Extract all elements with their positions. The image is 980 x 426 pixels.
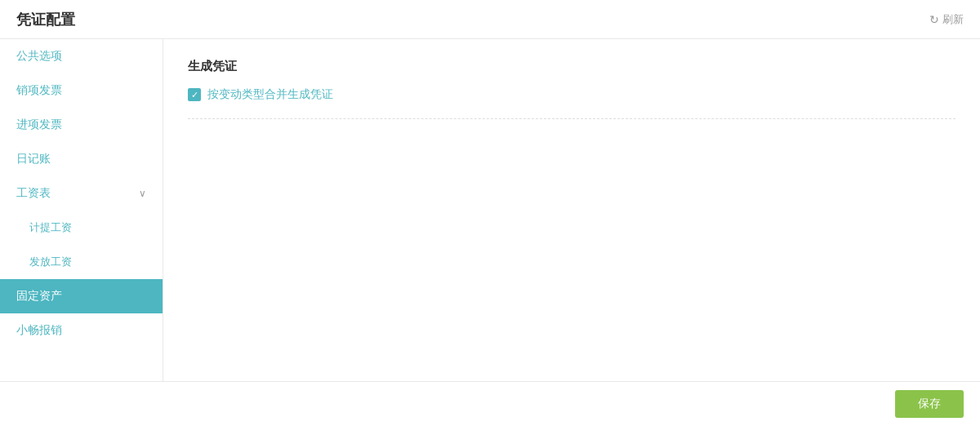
sidebar-item-label-sales-invoice: 销项发票 (16, 83, 62, 98)
section-title: 生成凭证 (188, 59, 956, 74)
divider (188, 118, 956, 119)
sidebar-item-sales-invoice[interactable]: 销项发票 (0, 73, 163, 108)
sidebar-item-public[interactable]: 公共选项 (0, 39, 163, 73)
page-title: 凭证配置 (16, 10, 75, 29)
checkmark-icon: ✓ (191, 91, 198, 100)
sidebar-item-release-payroll[interactable]: 发放工资 (0, 245, 163, 279)
checkbox-label[interactable]: 按变动类型合并生成凭证 (207, 87, 333, 102)
sidebar: 公共选项销项发票进项发票日记账工资表∨计提工资发放工资固定资产小畅报销 (0, 39, 163, 381)
sidebar-item-label-fixed-assets: 固定资产 (16, 289, 62, 304)
sidebar-item-label-payroll: 工资表 (16, 186, 51, 201)
sidebar-item-commission-payroll[interactable]: 计提工资 (0, 211, 163, 245)
body-wrapper: 公共选项销项发票进项发票日记账工资表∨计提工资发放工资固定资产小畅报销 生成凭证… (0, 39, 980, 381)
refresh-icon: ↻ (929, 13, 939, 26)
refresh-label: 刷新 (942, 12, 964, 27)
sidebar-item-label-purchase-invoice: 进项发票 (16, 118, 62, 132)
sidebar-item-fixed-assets[interactable]: 固定资产 (0, 279, 163, 313)
sidebar-item-label-journal: 日记账 (16, 152, 51, 166)
sidebar-item-journal[interactable]: 日记账 (0, 142, 163, 176)
page-wrapper: 凭证配置 ↻ 刷新 公共选项销项发票进项发票日记账工资表∨计提工资发放工资固定资… (0, 0, 980, 426)
refresh-button[interactable]: ↻ 刷新 (929, 12, 964, 27)
sidebar-item-payroll[interactable]: 工资表∨ (0, 176, 163, 211)
header: 凭证配置 ↻ 刷新 (0, 0, 980, 39)
sidebar-item-label-commission-payroll: 计提工资 (29, 220, 72, 235)
merge-generate-checkbox[interactable]: ✓ (188, 88, 201, 101)
sidebar-item-label-release-payroll: 发放工资 (29, 255, 72, 269)
sidebar-item-purchase-invoice[interactable]: 进项发票 (0, 108, 163, 142)
footer: 保存 (0, 381, 980, 426)
sidebar-item-label-expense-report: 小畅报销 (16, 323, 62, 338)
main-content: 生成凭证 ✓ 按变动类型合并生成凭证 (163, 39, 980, 381)
save-button[interactable]: 保存 (895, 390, 964, 418)
sidebar-item-expense-report[interactable]: 小畅报销 (0, 313, 163, 348)
sidebar-item-label-public: 公共选项 (16, 49, 62, 64)
chevron-down-icon: ∨ (139, 188, 146, 199)
checkbox-row: ✓ 按变动类型合并生成凭证 (188, 87, 956, 102)
